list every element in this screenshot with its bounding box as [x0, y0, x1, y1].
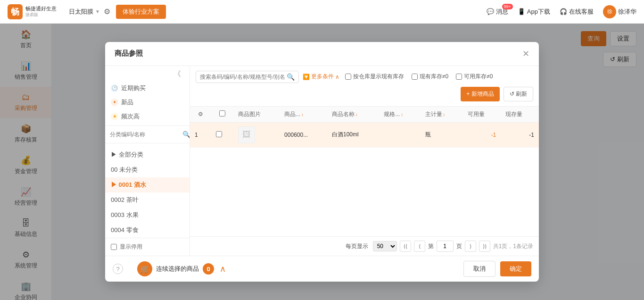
col-spec[interactable]: 规格...↕	[379, 107, 420, 123]
category-item-0002[interactable]: 0002 茶叶	[105, 192, 190, 208]
product-panel: 🔍 🔽 更多条件 ∧ 按仓库显示现有库存	[190, 66, 539, 256]
new-icon: ✦	[111, 99, 118, 106]
col-settings[interactable]: ⚙	[190, 107, 211, 123]
row-select-checkbox[interactable]	[216, 131, 222, 137]
cart-area: 🛒 连续选择的商品 0 ∧	[137, 261, 226, 276]
message-badge: 99+	[502, 4, 513, 9]
cart-icon[interactable]: 🛒	[137, 261, 152, 276]
message-btn[interactable]: 💬 消息 99+	[487, 8, 508, 16]
category-item-0004[interactable]: 0004 零食	[105, 223, 190, 238]
col-unit[interactable]: 主计量↕	[421, 107, 463, 123]
last-page-btn[interactable]: ⟩⟩	[479, 241, 490, 252]
category-list: ▶ 全部分类 00 未分类 ▶ 0001 酒水 0002 茶叶 0003 水果	[105, 143, 190, 238]
next-page-btn[interactable]: ⟩	[465, 241, 476, 252]
user-area[interactable]: 徐 徐泽华	[603, 5, 636, 18]
display-disabled-checkbox[interactable]	[111, 244, 117, 250]
filter-arrow: ∧	[335, 74, 339, 80]
col-name[interactable]: 商品名称↕	[327, 107, 379, 123]
avatar: 徐	[603, 5, 616, 18]
store-selector[interactable]: 日太阳膜 ▼	[69, 8, 100, 16]
headset-icon: 🎧	[560, 8, 567, 15]
shortcut-recent[interactable]: 🕐 近期购买	[105, 81, 190, 95]
app-download-btn[interactable]: 📱 App下载	[518, 8, 550, 16]
product-code: 000600...	[284, 132, 308, 138]
prev-page-btn[interactable]: ⟨	[414, 241, 425, 252]
table-row[interactable]: 1 🖼 000600...	[190, 122, 539, 147]
product-reference-modal: 商品参照 ✕ 《 🕐 近期购买 ✦ 新品	[105, 42, 539, 282]
add-product-button[interactable]: + 新增商品	[461, 87, 499, 101]
check-current-stock-label: 现有库存≠0	[420, 73, 448, 81]
settings-icon[interactable]: ⚙	[104, 7, 110, 16]
topbar: 畅 畅捷通好生意 捷易版 日太阳膜 ▼ ⚙ 体验行业方案 💬 消息 99+ 📱 …	[0, 0, 644, 24]
trial-button[interactable]: 体验行业方案	[116, 5, 166, 19]
collapse-panel-btn[interactable]: 《	[173, 70, 182, 79]
category-item-0003-label: 0003 水果	[111, 211, 139, 219]
row-name: 白酒100ml	[327, 122, 379, 147]
row-unit: 瓶	[421, 122, 463, 147]
category-item-00[interactable]: 00 未分类	[105, 162, 190, 177]
product-search-icon[interactable]: 🔍	[287, 73, 295, 81]
category-shortcuts: 《 🕐 近期购买 ✦ 新品 ★ 频次高	[105, 66, 190, 126]
check-available-stock[interactable]: 可用库存≠0	[456, 73, 493, 81]
shortcut-freq[interactable]: ★ 频次高	[105, 109, 190, 124]
display-disabled-label: 显示停用	[120, 243, 142, 251]
category-item-0003[interactable]: 0003 水果	[105, 208, 190, 223]
check-current-stock[interactable]: 现有库存≠0	[412, 73, 448, 81]
online-service-btn[interactable]: 🎧 在线客服	[560, 8, 594, 16]
col-stock: 现存量	[501, 107, 539, 123]
cart-count: 0	[203, 263, 214, 275]
row-num: 1	[190, 122, 211, 147]
shortcut-recent-label: 近期购买	[121, 84, 146, 92]
help-icon[interactable]: ?	[113, 264, 123, 274]
product-search-input[interactable]	[200, 74, 285, 80]
message-icon: 💬	[487, 8, 494, 15]
modal-close-button[interactable]: ✕	[522, 49, 529, 59]
category-item-all-label: ▶ 全部分类	[111, 150, 143, 159]
check-warehouse-stock[interactable]: 按仓库显示现有库存	[345, 73, 404, 81]
col-img: 商品图片	[233, 107, 280, 123]
col-available[interactable]: 可用量	[463, 107, 501, 123]
cancel-button[interactable]: 取消	[463, 261, 495, 277]
product-table: ⚙ 商品图片 商品...↕ 商品名称↕	[190, 107, 539, 148]
col-checkbox[interactable]	[211, 107, 234, 123]
check-current-stock-input[interactable]	[412, 74, 418, 80]
per-page-label: 每页显示	[346, 242, 368, 250]
product-image: 🖼	[238, 126, 255, 143]
footer-collapse-btn[interactable]: ∧	[220, 264, 226, 274]
modal-header: 商品参照 ✕	[105, 42, 539, 66]
category-item-0001[interactable]: ▶ 0001 酒水	[105, 177, 190, 192]
category-panel: 《 🕐 近期购买 ✦ 新品 ★ 频次高	[105, 66, 190, 256]
check-warehouse-stock-input[interactable]	[345, 74, 351, 80]
page-suffix: 页	[456, 242, 462, 250]
per-page-select[interactable]: 50 100 200	[373, 241, 397, 251]
row-spec	[379, 122, 420, 147]
store-arrow-icon: ▼	[95, 9, 100, 14]
filter-more-label: 更多条件	[311, 73, 334, 81]
product-name: 白酒100ml	[332, 131, 359, 138]
col-code[interactable]: 商品...↕	[280, 107, 327, 123]
category-search-icon[interactable]: 🔍	[182, 131, 190, 138]
display-disabled-area: 显示停用	[105, 238, 190, 256]
category-search-input[interactable]	[110, 131, 181, 138]
confirm-button[interactable]: 确定	[500, 261, 531, 276]
user-name: 徐泽华	[618, 8, 636, 16]
logo-badge: 捷易版	[25, 12, 57, 18]
first-page-btn[interactable]: ⟨⟨	[400, 241, 411, 252]
filter-more-btn[interactable]: 🔽 更多条件 ∧	[303, 73, 339, 81]
product-search-box: 🔍	[196, 71, 299, 83]
store-name: 日太阳膜	[69, 8, 93, 16]
product-available: -1	[491, 132, 496, 138]
select-all-checkbox[interactable]	[219, 110, 225, 117]
page-number-input[interactable]	[437, 241, 454, 252]
check-available-stock-input[interactable]	[456, 74, 462, 80]
pagination-bar: 每页显示 50 100 200 ⟨⟨ ⟨ 第 页 ⟩ ⟩⟩ 共1页，1条记录	[190, 236, 539, 256]
row-checkbox[interactable]	[211, 122, 234, 147]
modal-title: 商品参照	[115, 49, 143, 58]
filter-icon: 🔽	[303, 74, 310, 80]
category-search: 🔍	[105, 126, 190, 143]
refresh-button[interactable]: ↺ 刷新	[504, 87, 533, 101]
shortcut-new[interactable]: ✦ 新品	[105, 95, 190, 109]
logo-icon: 畅	[8, 4, 23, 19]
row-stock: -1	[501, 122, 539, 147]
category-item-all[interactable]: ▶ 全部分类	[105, 147, 190, 162]
